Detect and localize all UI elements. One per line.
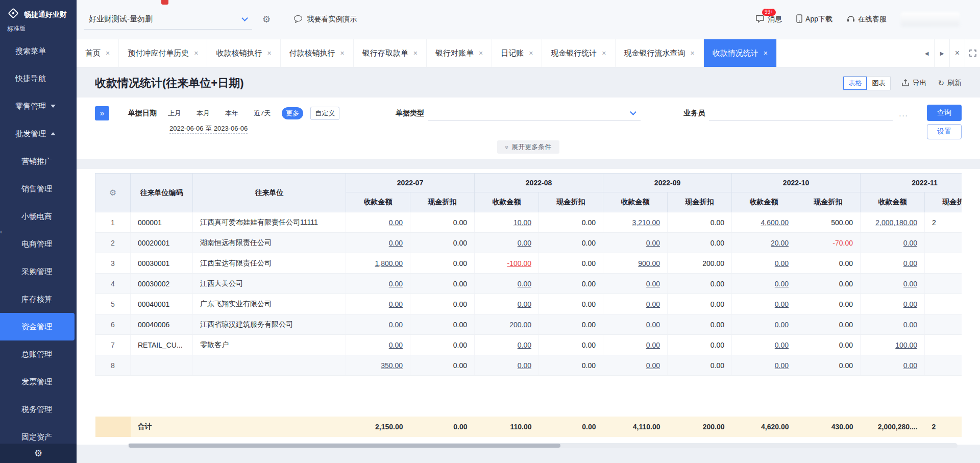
- export-button[interactable]: 导出: [902, 79, 926, 88]
- amount-link[interactable]: 0.00: [389, 341, 403, 349]
- amount-link[interactable]: 0.00: [903, 361, 917, 370]
- sidebar-item-13[interactable]: 税务管理: [0, 396, 77, 423]
- sidebar-item-9[interactable]: 库存核算: [0, 285, 77, 313]
- amount-link[interactable]: 0.00: [903, 321, 917, 329]
- amount-link[interactable]: 0.00: [646, 341, 660, 349]
- amount-link[interactable]: 0.00: [903, 239, 917, 247]
- settings-button[interactable]: 设置: [927, 124, 962, 139]
- amount-link[interactable]: 0.00: [775, 280, 789, 288]
- sidebar-item-8[interactable]: 采购管理: [0, 258, 77, 285]
- amount-link[interactable]: 10.00: [513, 218, 531, 227]
- close-icon[interactable]: ×: [479, 49, 483, 57]
- tabs-prev-button[interactable]: ◀: [919, 39, 934, 67]
- close-icon[interactable]: ×: [106, 49, 110, 57]
- amount-link[interactable]: 0.00: [518, 361, 531, 370]
- expand-more-conditions-button[interactable]: » 展开更多条件: [497, 140, 560, 154]
- table-row[interactable]: 8350.000.000.000.000.000.000.000.000.00: [95, 355, 962, 376]
- sidebar-item-12[interactable]: 发票管理: [0, 368, 77, 396]
- refresh-button[interactable]: ↻ 刷新: [938, 79, 962, 88]
- sidebar-item-1[interactable]: 快捷导航: [0, 65, 77, 92]
- amount-link[interactable]: 100.00: [895, 341, 917, 349]
- tab-8[interactable]: 现金银行流水查询×: [616, 39, 704, 67]
- amount-link[interactable]: 0.00: [389, 218, 403, 227]
- date-range-value[interactable]: 2022-06-06 至 2023-06-06: [169, 125, 248, 134]
- amount-link[interactable]: 0.00: [389, 280, 403, 288]
- amount-link[interactable]: 2,000,180.00: [875, 218, 917, 227]
- doc-type-select[interactable]: [428, 106, 641, 121]
- table-row[interactable]: 300030001江西宝达有限责任公司1,800.000.00-100.000.…: [95, 253, 962, 274]
- table-row[interactable]: 7RETAIL_CU...零散客户0.000.000.000.000.000.0…: [95, 335, 962, 355]
- table-row[interactable]: 200020001湖南恒远有限责任公司0.000.000.000.000.000…: [95, 233, 962, 253]
- range-pill-0[interactable]: 上月: [164, 107, 185, 119]
- tab-3[interactable]: 付款核销执行×: [281, 39, 354, 67]
- range-pill-4[interactable]: 更多: [282, 107, 303, 119]
- amount-link[interactable]: 0.00: [518, 300, 531, 308]
- expand-filter-panel-button[interactable]: »: [95, 106, 109, 120]
- amount-link[interactable]: 0.00: [518, 341, 531, 349]
- amount-link[interactable]: 0.00: [389, 321, 403, 329]
- tab-9[interactable]: 收款情况统计×: [704, 39, 777, 67]
- salesman-input[interactable]: [709, 106, 893, 121]
- amount-link[interactable]: 0.00: [903, 280, 917, 288]
- amount-link[interactable]: 900.00: [638, 259, 660, 267]
- online-service-button[interactable]: 在线客服: [847, 15, 887, 24]
- sidebar-item-10[interactable]: 资金管理: [0, 313, 75, 340]
- sidebar-collapse-handle[interactable]: ‹: [0, 224, 6, 239]
- amount-link[interactable]: 0.00: [775, 259, 789, 267]
- sidebar-item-2[interactable]: 零售管理: [0, 92, 77, 120]
- salesman-more-button[interactable]: ...: [899, 109, 909, 118]
- amount-link[interactable]: -100.00: [507, 259, 531, 267]
- amount-link[interactable]: 0.00: [903, 300, 917, 308]
- table-row[interactable]: 500040001广东飞翔实业有限公司0.000.000.000.000.000…: [95, 294, 962, 314]
- tab-5[interactable]: 银行对账单×: [427, 39, 492, 67]
- sidebar-settings-button[interactable]: ⚙: [0, 444, 77, 463]
- amount-link[interactable]: 200.00: [509, 321, 531, 329]
- table-row[interactable]: 600040006江西省琼汉建筑服务有限公司0.000.00200.000.00…: [95, 314, 962, 335]
- amount-link[interactable]: 0.00: [775, 321, 789, 329]
- amount-link[interactable]: 0.00: [518, 239, 531, 247]
- close-icon[interactable]: ×: [413, 49, 418, 57]
- amount-link[interactable]: 0.00: [389, 300, 403, 308]
- amount-link[interactable]: 0.00: [646, 280, 660, 288]
- range-pill-1[interactable]: 本月: [192, 107, 214, 119]
- tab-0[interactable]: 首页×: [77, 39, 119, 67]
- close-icon[interactable]: ×: [602, 49, 606, 57]
- query-button[interactable]: 查询: [927, 105, 962, 121]
- sidebar-item-11[interactable]: 总账管理: [0, 340, 77, 368]
- close-icon[interactable]: ×: [194, 49, 198, 57]
- amount-link[interactable]: 0.00: [775, 341, 789, 349]
- tab-1[interactable]: 预付冲应付单历史×: [119, 39, 207, 67]
- close-icon[interactable]: ×: [691, 49, 695, 57]
- tab-2[interactable]: 收款核销执行×: [207, 39, 280, 67]
- close-icon[interactable]: ×: [764, 49, 768, 57]
- sidebar-item-0[interactable]: 搜索菜单: [0, 37, 77, 65]
- table-row[interactable]: 400030002江西大美公司0.000.000.000.000.000.000…: [95, 274, 962, 294]
- tab-4[interactable]: 银行存取款单×: [354, 39, 427, 67]
- amount-link[interactable]: 4,600.00: [761, 218, 789, 227]
- app-download-button[interactable]: App下载: [796, 14, 832, 25]
- range-pill-5[interactable]: 自定义: [310, 107, 339, 120]
- amount-link[interactable]: 0.00: [646, 361, 660, 370]
- tab-7[interactable]: 现金银行统计×: [542, 39, 615, 67]
- table-row[interactable]: 1000001江西真可爱布娃娃有限责任公司111110.000.0010.000…: [95, 212, 962, 233]
- tabs-next-button[interactable]: ▶: [934, 39, 949, 67]
- amount-link[interactable]: 3,210.00: [632, 218, 660, 227]
- view-table-button[interactable]: 表格: [843, 77, 867, 90]
- amount-link[interactable]: 0.00: [646, 321, 660, 329]
- sidebar-item-3[interactable]: 批发管理: [0, 120, 77, 148]
- close-icon[interactable]: ×: [267, 49, 271, 57]
- sidebar-item-4[interactable]: 营销推广: [0, 148, 77, 175]
- sidebar-item-5[interactable]: 销售管理: [0, 175, 77, 203]
- gear-icon[interactable]: ⚙: [109, 188, 116, 197]
- scrollbar-thumb[interactable]: [129, 444, 560, 448]
- amount-link[interactable]: 350.00: [381, 361, 403, 370]
- messages-button[interactable]: 99+ 消息: [755, 15, 782, 25]
- demo-link[interactable]: 我要看实例演示: [293, 15, 357, 25]
- amount-link[interactable]: 0.00: [518, 280, 531, 288]
- amount-link[interactable]: 20.00: [771, 239, 789, 247]
- fullscreen-icon[interactable]: [965, 39, 980, 67]
- amount-link[interactable]: 0.00: [389, 239, 403, 247]
- org-selector[interactable]: 好业财测试-量勿删: [84, 9, 252, 30]
- tabs-close-all-button[interactable]: ×: [949, 39, 965, 67]
- close-icon[interactable]: ×: [529, 49, 533, 57]
